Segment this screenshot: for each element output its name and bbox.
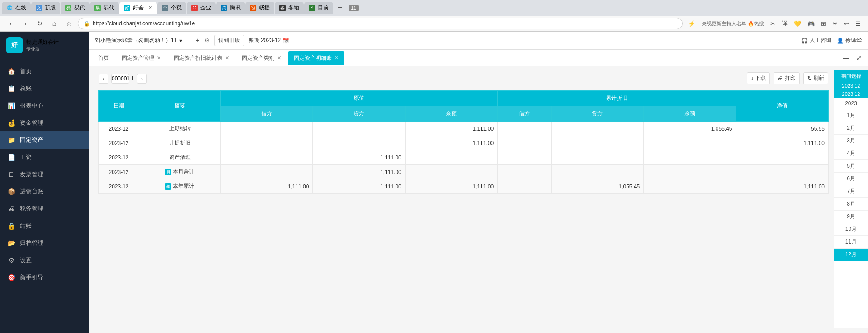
refresh-button[interactable]: ↻ 刷新 bbox=[803, 72, 828, 84]
period-item-mar[interactable]: 3月 bbox=[834, 135, 868, 147]
period-item-jun[interactable]: 6月 bbox=[834, 173, 868, 185]
settings-icon-topbar[interactable]: ⚙ bbox=[204, 37, 210, 44]
sidebar-item-sales[interactable]: 📦 进销台账 bbox=[0, 183, 89, 200]
row0-orig-balance: 1,111.00 bbox=[405, 122, 497, 136]
logo-title: 畅捷通好会计 bbox=[26, 38, 59, 46]
wallet-icon[interactable]: 💛 bbox=[792, 19, 803, 28]
row0-date: 2023-12 bbox=[99, 122, 139, 136]
period-item-may[interactable]: 5月 bbox=[834, 160, 868, 173]
browser-tab-3[interactable]: 易 易代 bbox=[90, 2, 119, 14]
page-tab-depreciation-stats[interactable]: 固定资产折旧统计表 ✕ bbox=[168, 51, 235, 65]
brightness-icon[interactable]: ☀ bbox=[830, 19, 840, 28]
tab-label-4: 好会 bbox=[133, 4, 144, 12]
browser-tab-2[interactable]: 易 易代 bbox=[61, 2, 90, 14]
bookmark-button[interactable]: ☆ bbox=[63, 18, 74, 29]
page-tab-close-4[interactable]: ✕ bbox=[335, 55, 339, 61]
row3-orig-credit: 1,111.00 bbox=[313, 165, 405, 179]
sidebar-item-fixed-assets[interactable]: 📁 固定资产 bbox=[0, 131, 89, 149]
browser-tab-1[interactable]: 文 新版 bbox=[31, 2, 60, 14]
sidebar-item-payroll[interactable]: 📄 工资 bbox=[0, 149, 89, 166]
translate-icon[interactable]: 译 bbox=[780, 19, 789, 28]
browser-tab-9[interactable]: 各 各地 bbox=[275, 2, 304, 14]
sidebar-item-ledger[interactable]: 📋 总账 bbox=[0, 80, 89, 97]
forward-button[interactable]: › bbox=[20, 18, 31, 29]
browser-tab-0[interactable]: 🌐 在线 bbox=[2, 2, 31, 14]
period-item-oct[interactable]: 10月 bbox=[834, 223, 868, 236]
user-profile[interactable]: 👤 徐译华 bbox=[837, 37, 862, 44]
period-item-aug[interactable]: 8月 bbox=[834, 198, 868, 211]
row4-net-value: 1,111.00 bbox=[736, 179, 828, 194]
maximize-tab-button[interactable]: ⤢ bbox=[854, 52, 864, 63]
prev-record-button[interactable]: ‹ bbox=[99, 74, 108, 84]
next-record-button[interactable]: › bbox=[137, 74, 147, 84]
page-tab-label-fixed-assets-mgmt: 固定资产管理 bbox=[122, 54, 154, 62]
period-item-year[interactable]: 2023 bbox=[834, 98, 868, 109]
sidebar-item-archive[interactable]: 📂 归档管理 bbox=[0, 235, 89, 252]
switch-version-button[interactable]: 切到旧版 bbox=[214, 35, 244, 46]
undo-icon[interactable]: ↩ bbox=[842, 19, 851, 28]
browser-tab-4[interactable]: 好 好会 ✕ bbox=[119, 2, 157, 14]
sidebar-item-reports[interactable]: 📊 报表中心 bbox=[0, 97, 89, 114]
sidebar-item-home[interactable]: 🏠 首页 bbox=[0, 63, 89, 80]
sidebar-item-label-closing: 结账 bbox=[20, 222, 32, 230]
row4-orig-credit: 1,111.00 bbox=[313, 179, 405, 194]
browser-tab-10[interactable]: S 目前 bbox=[304, 2, 333, 14]
account-selector[interactable]: 刘小艳演示账套（勿删勿动！）11 ▾ bbox=[95, 37, 182, 44]
col-accum-balance: 余额 bbox=[644, 106, 736, 122]
period-item-nov[interactable]: 11月 bbox=[834, 236, 868, 249]
extensions-icon[interactable]: ⚡ bbox=[686, 19, 697, 28]
sidebar-item-label-ledger: 总账 bbox=[20, 84, 32, 93]
scissors-icon[interactable]: ✂ bbox=[769, 19, 777, 28]
page-tab-fixed-assets-mgmt[interactable]: 固定资产管理 ✕ bbox=[116, 51, 167, 65]
sidebar-item-funds[interactable]: 💰 资金管理 bbox=[0, 114, 89, 131]
browser-tab-6[interactable]: C 企业 bbox=[187, 2, 216, 14]
period-item-feb[interactable]: 2月 bbox=[834, 122, 868, 135]
reload-button[interactable]: ↻ bbox=[34, 18, 45, 29]
page-number-input[interactable] bbox=[111, 74, 129, 84]
ledger-nav-icon: 📋 bbox=[7, 84, 15, 93]
period-item-jan[interactable]: 1月 bbox=[834, 109, 868, 122]
url-input[interactable]: 🔒 https://cloud.chanjet.com/accounting/u… bbox=[78, 18, 683, 29]
sidebar-item-guide[interactable]: 🎯 新手引导 bbox=[0, 269, 89, 286]
back-button[interactable]: ‹ bbox=[5, 18, 16, 29]
browser-tab-7[interactable]: 腾 腾讯 bbox=[216, 2, 245, 14]
tab-close-4[interactable]: ✕ bbox=[148, 5, 152, 11]
sidebar-item-closing[interactable]: 🔒 结账 bbox=[0, 217, 89, 235]
new-tab-button[interactable]: + bbox=[334, 2, 346, 14]
calendar-icon[interactable]: 📅 bbox=[283, 38, 289, 44]
apps-icon[interactable]: ⊞ bbox=[819, 19, 828, 28]
browser-tab-8[interactable]: Ⓜ 畅捷 bbox=[245, 2, 274, 14]
tab-favicon-9: 各 bbox=[279, 5, 286, 11]
home-button[interactable]: ⌂ bbox=[49, 18, 60, 29]
period-item-dec[interactable]: 12月 bbox=[834, 249, 868, 261]
page-tab-asset-category[interactable]: 固定资产类别 ✕ bbox=[236, 51, 287, 65]
menu-icon[interactable]: ☰ bbox=[854, 19, 863, 28]
page-tab-close-2[interactable]: ✕ bbox=[225, 55, 229, 61]
period-item-jul[interactable]: 7月 bbox=[834, 185, 868, 198]
search-bar[interactable]: 央视更新主持人名单 🔥热搜 bbox=[700, 19, 766, 28]
page-tab-asset-detail[interactable]: 固定资产明细账 ✕ bbox=[288, 51, 344, 65]
table-row-yearly-total: 2023-12 年本年累计 1,111.00 1,111.00 1,111.00… bbox=[99, 179, 829, 194]
row4-orig-debit: 1,111.00 bbox=[221, 179, 313, 194]
sidebar-item-invoices[interactable]: 🗒 发票管理 bbox=[0, 166, 89, 183]
period-item-sep[interactable]: 9月 bbox=[834, 211, 868, 223]
sidebar-item-tax[interactable]: 🖨 税务管理 bbox=[0, 200, 89, 217]
tab-window-actions: — ⤢ bbox=[841, 52, 864, 63]
minimize-tab-button[interactable]: — bbox=[841, 52, 852, 63]
print-button[interactable]: 🖨 打印 bbox=[774, 72, 799, 84]
browser-tab-5[interactable]: 个 个税 bbox=[157, 2, 186, 14]
add-account-button[interactable]: + bbox=[195, 37, 199, 45]
download-button[interactable]: ↓ 下载 bbox=[747, 72, 770, 84]
row1-accum-balance bbox=[644, 136, 736, 150]
period-item-apr[interactable]: 4月 bbox=[834, 147, 868, 160]
page-index: 1 bbox=[131, 75, 134, 82]
sidebar-item-settings[interactable]: ⚙ 设置 bbox=[0, 252, 89, 269]
customer-service-button[interactable]: 🎧 人工咨询 bbox=[801, 37, 831, 44]
page-tab-close-1[interactable]: ✕ bbox=[157, 55, 161, 61]
sidebar-item-label-reports: 报表中心 bbox=[20, 102, 43, 110]
page-tab-home[interactable]: 首页 bbox=[92, 51, 115, 65]
tab-label-6: 企业 bbox=[200, 4, 211, 12]
game-icon[interactable]: 🎮 bbox=[806, 19, 816, 28]
page-tab-close-3[interactable]: ✕ bbox=[277, 55, 281, 61]
sidebar-item-label-fixed-assets: 固定资产 bbox=[20, 136, 43, 144]
